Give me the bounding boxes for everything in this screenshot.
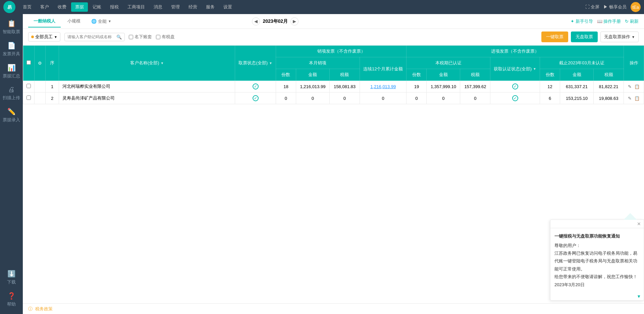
table-row: 1 河北柯瑞桦实业有限公司 ✓ 18 1,216,013.99 158,081.…	[23, 81, 644, 92]
chevron-down-icon: ▼	[632, 35, 635, 39]
th-pick-status[interactable]: 取票状态(全部) ▼	[235, 46, 276, 81]
has-tax-disk-checkbox[interactable]: 有税盘	[156, 34, 175, 40]
nav-fee[interactable]: 收费	[54, 2, 70, 12]
user-avatar[interactable]: tEa	[631, 2, 641, 12]
edit-icon[interactable]: ✎	[628, 96, 632, 101]
row-sales-tax: 0	[329, 92, 360, 104]
invoice-entry-icon: ✏️	[7, 108, 16, 116]
notification-greeting: 尊敬的用户：	[554, 242, 640, 249]
row-checkbox[interactable]	[23, 81, 35, 92]
nav-settings[interactable]: 设置	[219, 2, 236, 12]
invoice-open-icon: 📄	[7, 42, 16, 50]
more-ops-button[interactable]: 无盘取票操作 ▼	[600, 32, 639, 42]
app-logo[interactable]: 易	[3, 1, 15, 13]
th-no: 序	[46, 46, 59, 81]
row-sales-count: 18	[276, 81, 296, 92]
tax-policy-link[interactable]: 税务政策	[35, 306, 53, 312]
nav-ticket[interactable]: 票据	[71, 2, 88, 12]
sidebar-item-invoice-summary[interactable]: 📊 票据汇总	[1, 61, 21, 82]
vip-button[interactable]: ▶ 畅享会员	[603, 4, 627, 10]
sidebar-item-help[interactable]: ❓ 帮助	[1, 289, 21, 310]
download-icon: ⬇️	[7, 270, 16, 278]
th-this-period-certified: 本税期已认证	[407, 57, 490, 69]
sidebar-item-smart-pick[interactable]: 📋 智能取票	[1, 17, 21, 38]
row-ops: ✎ 📋	[624, 81, 644, 92]
notification-panel: ✕ 一键报税与无盘取票功能恢复通知 尊敬的用户： 江苏政务网已恢复访问电子税务局…	[550, 219, 644, 301]
sidebar: 📋 智能取票 📄 发票开具 📊 票据汇总 🖨 扫描上传 ✏️ 票据录入 ⬇️ 下…	[0, 14, 23, 314]
tab-all[interactable]: 🌐 全能 ▼	[87, 16, 115, 26]
th-purchase-amount: 金额	[427, 69, 460, 81]
setting-icon[interactable]: ⚙	[38, 61, 42, 66]
row-setting	[35, 92, 46, 104]
row-sales-cumulative: 1,216,013.99	[360, 81, 406, 92]
th-purchase-count: 份数	[407, 69, 427, 81]
tab-small-scale[interactable]: 小规模	[62, 15, 86, 27]
sidebar-item-scan-upload[interactable]: 🖨 扫描上传	[1, 83, 21, 104]
sidebar-item-invoice-entry[interactable]: ✏️ 票据录入	[1, 105, 21, 126]
view-icon[interactable]: 📋	[634, 84, 640, 89]
select-all-checkbox[interactable]	[26, 60, 31, 65]
own-account-checkbox[interactable]: 名下账套	[129, 34, 152, 40]
sidebar-item-invoice-open[interactable]: 📄 发票开具	[1, 39, 21, 60]
th-sales-tax: 税额	[329, 69, 360, 81]
guide-button[interactable]: ✦ 新手引导	[571, 18, 593, 24]
one-key-pick-button[interactable]: 一键取票	[541, 32, 568, 42]
nav-manage[interactable]: 管理	[167, 2, 184, 12]
employee-filter[interactable]: 全部员工 ▼	[28, 32, 60, 42]
th-sales-count: 份数	[276, 69, 296, 81]
th-customer-name[interactable]: 客户名称(全部) ▼	[59, 46, 235, 81]
search-icon[interactable]: 🔍	[116, 35, 122, 40]
nav-operation[interactable]: 经营	[184, 2, 201, 12]
row-sales-count: 0	[276, 92, 296, 104]
row-certify-status: ✓	[490, 92, 540, 104]
filter-right-buttons: 一键取票 无盘取票 无盘取票操作 ▼	[541, 32, 639, 42]
row-uncert-amount: 153,215.10	[560, 92, 594, 104]
prev-month-button[interactable]: ◀	[252, 17, 260, 25]
row-sales-tax: 158,081.83	[329, 81, 360, 92]
top-nav-right-actions: ⛶ 全屏 ▶ 畅享会员 tEa	[585, 2, 641, 12]
notification-scroll-down-button[interactable]: ▼	[637, 294, 641, 299]
row-customer-name: 河北柯瑞桦实业有限公司	[59, 81, 235, 92]
nav-business[interactable]: 工商项目	[123, 2, 149, 12]
customer-filter-icon[interactable]: ▼	[161, 61, 164, 65]
tab-bar: 一般纳税人 小规模 🌐 全能 ▼ ◀ 2023年02月 ▶ ✦ 新手引导 📖 操…	[23, 14, 644, 29]
customer-search-input[interactable]	[67, 35, 115, 39]
row-checkbox[interactable]	[23, 92, 35, 104]
fullscreen-button[interactable]: ⛶ 全屏	[585, 4, 600, 10]
nav-home[interactable]: 首页	[19, 2, 36, 12]
refresh-button[interactable]: ↻ 刷新	[625, 18, 639, 24]
certify-filter-icon[interactable]: ▼	[533, 67, 536, 71]
th-operations: 操作	[624, 46, 644, 81]
certify-status-check-icon: ✓	[512, 95, 518, 101]
next-month-button[interactable]: ▶	[290, 17, 299, 25]
no-disk-pick-button[interactable]: 无盘取票	[571, 32, 598, 42]
customer-search-box[interactable]: 🔍	[64, 33, 125, 41]
notification-scroll-actions: ▼	[550, 293, 644, 300]
cumulative-link[interactable]: 1,216,013.99	[370, 84, 396, 89]
certify-status-check-icon: ✓	[512, 83, 518, 89]
nav-customer[interactable]: 客户	[36, 2, 53, 12]
has-tax-disk-check[interactable]	[156, 35, 160, 39]
top-navigation: 易 首页 客户 收费 票据 记账 报税 工商项目 消息 管理 经营 服务 设置 …	[0, 0, 644, 14]
row-no: 2	[46, 92, 59, 104]
row-sales-cumulative: 0	[360, 92, 406, 104]
employee-dot	[31, 36, 34, 38]
row-uncert-amount: 631,337.21	[560, 81, 594, 92]
th-certify-status[interactable]: 获取认证状态(全部) ▼	[490, 57, 540, 81]
own-account-check[interactable]	[129, 35, 133, 39]
sidebar-item-download[interactable]: ⬇️ 下载	[1, 267, 21, 288]
notification-close-button[interactable]: ✕	[637, 221, 641, 227]
edit-icon[interactable]: ✎	[628, 84, 632, 89]
nav-service[interactable]: 服务	[202, 2, 219, 12]
nav-message[interactable]: 消息	[150, 2, 166, 12]
tab-general-taxpayer[interactable]: 一般纳税人	[28, 15, 61, 27]
tab-bar-right-actions: ✦ 新手引导 📖 操作手册 ↻ 刷新	[571, 18, 639, 24]
th-uncert-amount: 金额	[560, 69, 594, 81]
pick-status-filter-icon[interactable]: ▼	[269, 61, 272, 65]
manual-button[interactable]: 📖 操作手册	[597, 18, 621, 24]
th-cumulative: 连续12个月累计金额	[360, 57, 406, 81]
nav-tax[interactable]: 报税	[106, 2, 123, 12]
nav-bookkeeping[interactable]: 记账	[89, 2, 105, 12]
sidebar-item-label: 扫描上传	[3, 95, 20, 101]
view-icon[interactable]: 📋	[634, 96, 640, 101]
